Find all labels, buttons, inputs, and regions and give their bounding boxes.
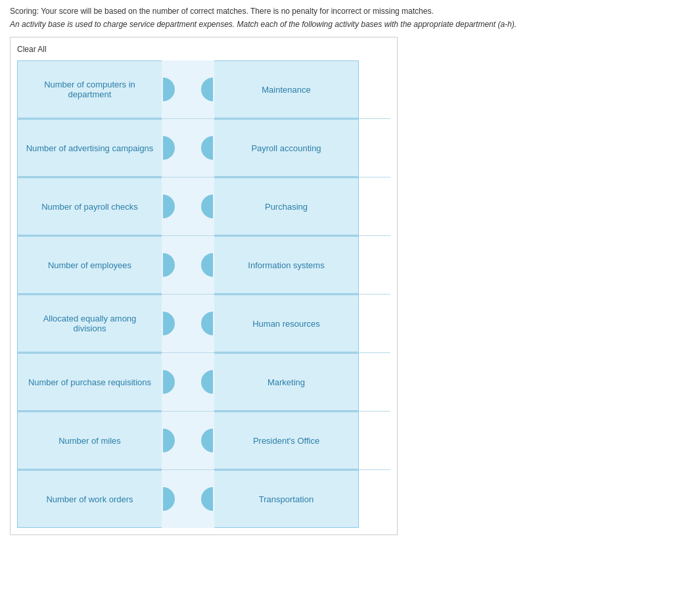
- middle-gap: [176, 119, 200, 177]
- right-card-5[interactable]: Human resources: [214, 295, 359, 352]
- right-arrow-connector: [200, 236, 214, 294]
- middle-gap: [176, 236, 200, 294]
- right-arrow-connector: [200, 412, 214, 469]
- middle-gap: [176, 60, 200, 118]
- right-half-circle: [201, 136, 213, 160]
- right-arrow-connector: [200, 295, 214, 352]
- matching-row: Number of milesPresident's Office: [17, 412, 390, 470]
- left-card-5[interactable]: Allocated equally among divisions: [17, 295, 162, 352]
- left-card-2[interactable]: Number of advertising campaigns: [17, 119, 162, 177]
- left-card-8[interactable]: Number of work orders: [17, 470, 162, 528]
- left-arrow-connector: [162, 236, 176, 294]
- left-arrow-connector: [162, 295, 176, 352]
- matching-grid: Number of computers in departmentMainten…: [17, 60, 390, 528]
- left-arrow-connector: [162, 353, 176, 411]
- right-half-circle: [201, 312, 213, 335]
- right-half-circle: [201, 370, 213, 394]
- left-half-circle: [163, 312, 175, 335]
- middle-gap: [176, 353, 200, 411]
- left-half-circle: [163, 253, 175, 277]
- right-card-8[interactable]: Transportation: [214, 470, 359, 528]
- matching-row: Number of employeesInformation systems: [17, 236, 390, 295]
- right-half-circle: [201, 195, 213, 218]
- right-arrow-connector: [200, 470, 214, 528]
- right-arrow-connector: [200, 60, 214, 118]
- left-half-circle: [163, 370, 175, 394]
- left-card-1[interactable]: Number of computers in department: [17, 60, 162, 118]
- left-arrow-connector: [162, 119, 176, 177]
- right-card-7[interactable]: President's Office: [214, 412, 359, 469]
- right-arrow-connector: [200, 353, 214, 411]
- right-card-1[interactable]: Maintenance: [214, 60, 359, 118]
- right-card-4[interactable]: Information systems: [214, 236, 359, 294]
- right-half-circle: [201, 78, 213, 101]
- matching-row: Number of work ordersTransportation: [17, 470, 390, 528]
- left-arrow-connector: [162, 412, 176, 469]
- left-card-6[interactable]: Number of purchase requisitions: [17, 353, 162, 411]
- right-arrow-connector: [200, 119, 214, 177]
- left-arrow-connector: [162, 60, 176, 118]
- left-card-3[interactable]: Number of payroll checks: [17, 178, 162, 235]
- scoring-text: Scoring: Your score will be based on the…: [10, 7, 663, 16]
- left-arrow-connector: [162, 178, 176, 235]
- left-half-circle: [163, 487, 175, 511]
- right-half-circle: [201, 253, 213, 277]
- middle-gap: [176, 412, 200, 469]
- matching-row: Allocated equally among divisionsHuman r…: [17, 295, 390, 353]
- left-half-circle: [163, 136, 175, 160]
- matching-row: Number of purchase requisitionsMarketing: [17, 353, 390, 412]
- left-arrow-connector: [162, 470, 176, 528]
- instruction-text: An activity base is used to charge servi…: [10, 20, 663, 29]
- middle-gap: [176, 295, 200, 352]
- matching-row: Number of payroll checksPurchasing: [17, 178, 390, 236]
- right-card-6[interactable]: Marketing: [214, 353, 359, 411]
- left-half-circle: [163, 195, 175, 218]
- right-card-3[interactable]: Purchasing: [214, 178, 359, 235]
- left-half-circle: [163, 78, 175, 101]
- matching-row: Number of computers in departmentMainten…: [17, 60, 390, 119]
- right-arrow-connector: [200, 178, 214, 235]
- left-card-4[interactable]: Number of employees: [17, 236, 162, 294]
- left-half-circle: [163, 429, 175, 452]
- left-card-7[interactable]: Number of miles: [17, 412, 162, 469]
- right-half-circle: [201, 429, 213, 452]
- right-half-circle: [201, 487, 213, 511]
- matching-container: Clear All Number of computers in departm…: [10, 37, 398, 535]
- middle-gap: [176, 470, 200, 528]
- clear-all-button[interactable]: Clear All: [17, 45, 47, 54]
- middle-gap: [176, 178, 200, 235]
- right-card-2[interactable]: Payroll accounting: [214, 119, 359, 177]
- matching-row: Number of advertising campaignsPayroll a…: [17, 119, 390, 178]
